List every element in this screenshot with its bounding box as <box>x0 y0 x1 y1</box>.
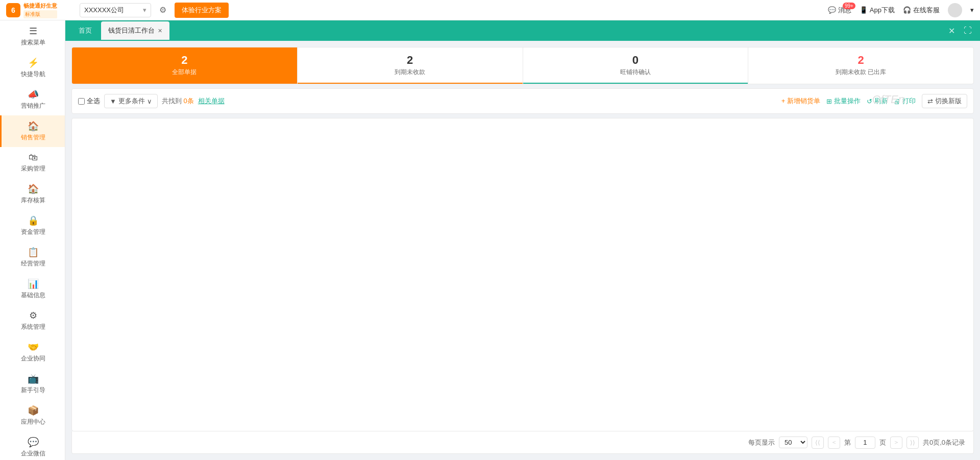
sidebar-item-quick-nav[interactable]: ⚡ 快捷导航 <box>0 52 65 84</box>
logo-text: 畅捷通好生意 标准版 <box>23 2 57 18</box>
card-overdue-unshipped-number: 2 <box>756 55 965 66</box>
top-bar: 6 畅捷通好生意 标准版 XXXXXX公司 ▾ ⚙ 体验行业方案 💬 消息 99… <box>0 0 980 20</box>
sidebar-item-label: 快捷导航 <box>21 70 45 79</box>
card-overdue-unshipped-underline <box>748 83 973 84</box>
sidebar-item-basic-info[interactable]: 📊 基础信息 <box>0 273 65 305</box>
sidebar-item-label: 系统管理 <box>21 323 45 331</box>
sidebar-item-app-center[interactable]: 📦 应用中心 <box>0 400 65 431</box>
purchase-icon: 🛍 <box>29 152 38 163</box>
switch-version-button[interactable]: ⇄ 切换新版 <box>922 94 967 108</box>
system-icon: ⚙ <box>29 310 37 321</box>
operations-icon: 📋 <box>28 247 39 258</box>
found-count: 0条 <box>184 97 194 105</box>
tab-home[interactable]: 首页 <box>71 21 99 40</box>
finance-icon: 🔒 <box>28 215 39 226</box>
add-sales-order-button[interactable]: + 新增销货单 <box>781 96 820 106</box>
sidebar-item-purchase[interactable]: 🛍 采购管理 <box>0 147 65 178</box>
related-link[interactable]: 相关单据 <box>198 96 225 106</box>
guide-icon: 📺 <box>28 373 39 384</box>
online-service-button[interactable]: 🎧 在线客服 <box>903 6 940 15</box>
close-tab-button[interactable]: ✕ <box>945 25 958 37</box>
page-size-select[interactable]: 50 20 100 <box>779 437 807 448</box>
total-info: 共0页,0条记录 <box>923 438 965 447</box>
download-icon: 📱 <box>860 6 868 14</box>
filter-dropdown-icon: ∨ <box>147 98 152 105</box>
app-center-icon: 📦 <box>28 405 39 416</box>
page-label-suffix: 页 <box>879 438 886 447</box>
chevron-down-icon: ▾ <box>143 6 146 14</box>
online-service-label: 在线客服 <box>913 6 940 15</box>
switch-icon: ⇄ <box>927 98 933 105</box>
quick-nav-icon: ⚡ <box>28 57 39 68</box>
tab-bar-right: ✕ ⛶ <box>945 25 974 37</box>
app-download-button[interactable]: 📱 App下载 <box>860 6 895 15</box>
card-all-underline <box>72 83 297 84</box>
top-right-area: 💬 消息 99+ 📱 App下载 🎧 在线客服 ▾ <box>828 3 974 17</box>
sidebar-item-search-menu[interactable]: ☰ 搜索菜单 <box>0 20 65 52</box>
sidebar-item-label: 新手引导 <box>21 386 45 395</box>
filter-icon: ▼ <box>110 98 116 105</box>
page-label-prefix: 第 <box>844 438 851 447</box>
refresh-button[interactable]: ↺ 刷新 <box>867 96 888 106</box>
card-wangpu-pending-label: 旺铺待确认 <box>531 68 740 77</box>
card-overdue-unpaid-number: 2 <box>306 55 514 66</box>
summary-cards: 2 全部单据 2 到期未收款 0 旺铺待确认 2 到期未收款 已出库 <box>71 47 974 84</box>
page-number-input[interactable] <box>855 437 875 449</box>
card-overdue-unshipped-label: 到期未收款 已出库 <box>756 68 965 77</box>
page-size-label: 每页显示 <box>748 438 775 447</box>
company-selector[interactable]: XXXXXX公司 ▾ <box>80 3 151 17</box>
enterprise-icon: 🤝 <box>28 342 39 353</box>
bell-icon: 💬 <box>828 6 836 14</box>
card-wangpu-pending-underline <box>523 83 748 84</box>
filter-button[interactable]: ▼ 更多条件 ∨ <box>104 94 158 108</box>
sidebar-item-system[interactable]: ⚙ 系统管理 <box>0 305 65 336</box>
print-label: 打印 <box>902 96 916 106</box>
sidebar-item-operations[interactable]: 📋 经营管理 <box>0 241 65 273</box>
batch-operation-button[interactable]: ⊞ 批量操作 <box>826 96 861 106</box>
sidebar-item-inventory[interactable]: 🏠 库存核算 <box>0 178 65 210</box>
last-page-button[interactable]: ⟩⟩ <box>906 437 919 449</box>
search-menu-icon: ☰ <box>29 26 37 37</box>
card-overdue-unshipped[interactable]: 2 到期未收款 已出库 <box>748 47 973 84</box>
tab-close-icon[interactable]: ✕ <box>158 28 162 34</box>
print-button[interactable]: 🖨 打印 <box>894 96 916 106</box>
sidebar-item-label: 库存核算 <box>21 196 45 205</box>
pagination: 每页显示 50 20 100 ⟨⟨ ＜ 第 页 ＞ ⟩⟩ 共0页,0条记录 <box>71 431 974 454</box>
notification-button[interactable]: 💬 消息 99+ <box>828 6 851 15</box>
marketing-icon: 📣 <box>28 89 39 100</box>
first-page-button[interactable]: ⟨⟨ <box>812 437 824 449</box>
inventory-icon: 🏠 <box>28 183 39 195</box>
tab-workbench[interactable]: 钱货日清工作台 ✕ <box>101 21 169 40</box>
found-text: 共找到 0条 <box>162 96 194 106</box>
card-wangpu-pending-number: 0 <box>531 55 740 66</box>
sidebar-item-sales[interactable]: 🏠 销售管理 <box>0 115 65 147</box>
select-all-input[interactable] <box>78 98 85 105</box>
sidebar-item-guide[interactable]: 📺 新手引导 <box>0 368 65 400</box>
main-layout: ☰ 搜索菜单 ⚡ 快捷导航 📣 营销推广 🏠 销售管理 🛍 采购管理 🏠 库存核… <box>0 20 980 460</box>
experience-button[interactable]: 体验行业方案 <box>175 3 229 18</box>
prev-page-button[interactable]: ＜ <box>828 437 840 449</box>
sidebar-item-enterprise[interactable]: 🤝 企业协同 <box>0 336 65 368</box>
sidebar-item-marketing[interactable]: 📣 营销推广 <box>0 84 65 115</box>
next-page-button[interactable]: ＞ <box>890 437 902 449</box>
print-icon: 🖨 <box>894 98 900 105</box>
select-all-checkbox[interactable]: 全选 <box>78 96 100 106</box>
sidebar-item-wechat[interactable]: 💬 企业微信 <box>0 431 65 460</box>
switch-label: 切换新版 <box>935 96 962 106</box>
user-name[interactable]: ▾ <box>970 6 974 14</box>
tab-workbench-label: 钱货日清工作台 <box>108 26 155 35</box>
card-wangpu-pending[interactable]: 0 旺铺待确认 <box>523 47 749 84</box>
sidebar-item-label: 企业协同 <box>21 354 45 363</box>
card-all[interactable]: 2 全部单据 <box>72 47 298 84</box>
sidebar-item-label: 企业微信 <box>21 449 45 458</box>
settings-icon[interactable]: ⚙ <box>155 3 170 18</box>
sidebar-item-label: 经营管理 <box>21 259 45 268</box>
batch-label: 批量操作 <box>834 96 861 106</box>
maximize-tab-button[interactable]: ⛶ <box>962 25 974 37</box>
card-overdue-unpaid[interactable]: 2 到期未收款 <box>298 47 523 84</box>
avatar[interactable] <box>948 3 962 17</box>
sidebar-item-finance[interactable]: 🔒 资金管理 <box>0 210 65 241</box>
tab-bar: 首页 钱货日清工作台 ✕ ✕ ⛶ <box>65 20 980 41</box>
card-all-number: 2 <box>80 55 289 66</box>
app-download-label: App下载 <box>870 6 895 15</box>
